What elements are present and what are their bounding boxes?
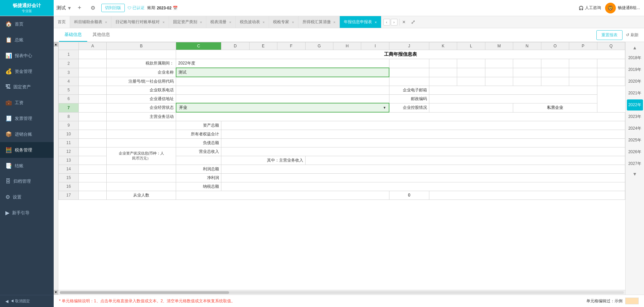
cell-8-C[interactable] <box>176 112 625 121</box>
sidebar-item-fund[interactable]: 💰 资金管理 <box>0 63 54 79</box>
cell-16-C[interactable]: 纳税总额 <box>176 182 221 191</box>
tab-close-tax-wave[interactable]: × <box>263 20 265 24</box>
cell-15-C[interactable]: 净利润 <box>176 173 221 182</box>
cell-2-L[interactable] <box>457 59 485 68</box>
cell-11-D[interactable] <box>221 138 625 147</box>
cell-3-N[interactable] <box>513 68 541 77</box>
cell-6-J[interactable]: 邮政编码 <box>389 94 429 103</box>
cell-7-J[interactable]: 企业控股情况 <box>389 103 429 112</box>
cell-3-B[interactable]: 企业名称 <box>107 68 176 77</box>
cell-8-A[interactable] <box>79 112 107 121</box>
col-header-Q[interactable]: Q <box>597 42 625 50</box>
cell-16-D[interactable] <box>221 182 625 191</box>
cell-5-C[interactable] <box>176 86 389 94</box>
cell-3-P[interactable] <box>569 68 597 77</box>
year-item-2019[interactable]: 2019年 <box>627 64 643 75</box>
cell-12-A[interactable] <box>79 147 107 156</box>
col-header-I[interactable]: I <box>361 42 389 50</box>
cell-10-C[interactable]: 所有者权益合计 <box>176 130 221 138</box>
sidebar-item-invoice[interactable]: 🧾 发票管理 <box>0 111 54 126</box>
cell-8-B[interactable]: 主营业务活动 <box>107 112 176 121</box>
tab-journal-bank[interactable]: 日记账与银行对账单核对 × <box>111 16 169 28</box>
col-header-O[interactable]: O <box>541 42 569 50</box>
cell-5-A[interactable] <box>79 86 107 94</box>
cell-9-B[interactable] <box>107 121 176 130</box>
reset-report-btn[interactable]: 重置报表 <box>596 30 623 40</box>
cell-9-D[interactable] <box>221 121 625 130</box>
tab-close-all-btn[interactable]: × <box>400 19 408 25</box>
col-header-F[interactable]: F <box>277 42 305 50</box>
year-item-2026[interactable]: 2026年 <box>627 146 643 158</box>
add-tab-btn[interactable]: + <box>74 3 85 12</box>
cell-16-B[interactable] <box>107 182 176 191</box>
year-item-2020[interactable]: 2020年 <box>627 76 643 87</box>
tab-close-tax-form[interactable]: × <box>229 20 231 24</box>
tab-next-btn[interactable]: › <box>391 19 397 26</box>
cell-3-C[interactable]: 测试 <box>176 68 389 77</box>
col-header-D[interactable]: D <box>221 42 249 50</box>
cell-17-K[interactable] <box>429 191 625 200</box>
switch-version-btn[interactable]: 切到旧版 <box>101 4 125 12</box>
tab-tax-wave[interactable]: 税负波动表 × <box>236 16 269 28</box>
year-item-2022[interactable]: 2022年 <box>627 99 643 111</box>
cell-17-J[interactable]: 0 <box>389 191 429 200</box>
cell-14-B[interactable] <box>107 165 176 173</box>
cell-4-A[interactable] <box>79 77 107 86</box>
col-header-N[interactable]: N <box>513 42 541 50</box>
cell-3-Q[interactable] <box>597 68 625 77</box>
cell-4-P[interactable] <box>569 77 597 86</box>
cell-13-A[interactable] <box>79 156 107 165</box>
sidebar-item-fixed-asset[interactable]: 🏗 固定资产 <box>0 79 54 95</box>
col-header-K[interactable]: K <box>429 42 457 50</box>
cell-1-A[interactable] <box>79 50 107 59</box>
cell-2-K[interactable] <box>429 59 457 68</box>
cell-10-A[interactable] <box>79 130 107 138</box>
sidebar-item-ledger[interactable]: 📋 总账 <box>0 32 54 48</box>
cell-13-G[interactable] <box>305 156 625 165</box>
year-item-2027[interactable]: 2027年 <box>627 158 643 169</box>
cell-3-L[interactable] <box>457 68 485 77</box>
cell-11-C[interactable]: 负债总额 <box>176 138 221 147</box>
tab-basic-info[interactable]: 基础信息 <box>59 28 87 42</box>
cell-2-J[interactable] <box>389 59 429 68</box>
cell-4-N[interactable] <box>513 77 541 86</box>
col-header-E[interactable]: E <box>249 42 277 50</box>
cell-4-M[interactable] <box>485 77 513 86</box>
col-header-C[interactable]: C <box>176 42 221 50</box>
cell-15-A[interactable] <box>79 173 107 182</box>
cell-12-D[interactable] <box>221 147 625 156</box>
year-scroll-up-btn[interactable]: ▲ <box>632 44 638 51</box>
year-item-2018[interactable]: 2018年 <box>627 52 643 63</box>
tab-tax-expert[interactable]: 税检专家 × <box>269 16 298 28</box>
cell-12-C[interactable]: 营业总收入 <box>176 147 221 156</box>
cell-3-M[interactable] <box>485 68 513 77</box>
cell-9-A[interactable] <box>79 121 107 130</box>
scroll-down-btn[interactable]: ▼ <box>54 290 58 295</box>
cell-15-D[interactable] <box>221 173 625 182</box>
dropdown-icon[interactable]: ▼ <box>383 106 386 109</box>
cell-2-A[interactable] <box>79 59 107 68</box>
sidebar-item-salary[interactable]: 💼 工资 <box>0 95 54 111</box>
settings-btn[interactable]: ⚙ <box>87 4 99 12</box>
cell-4-C[interactable] <box>176 77 389 86</box>
cell-2-M[interactable] <box>485 59 513 68</box>
tab-home[interactable]: 首页 <box>54 16 70 28</box>
tab-fixed-asset-cat[interactable]: 固定资产类别 × <box>169 16 206 28</box>
cell-10-B[interactable] <box>107 130 176 138</box>
cell-10-D[interactable] <box>221 130 625 138</box>
project-dropdown-icon[interactable]: ▼ <box>67 5 72 11</box>
sidebar-item-report[interactable]: 📊 报表中心 <box>0 48 54 63</box>
cell-6-B[interactable]: 企业通信地址 <box>107 94 176 103</box>
tab-close-tax-expert[interactable]: × <box>292 20 294 24</box>
sidebar-item-archive[interactable]: 🗄 归档管理 <box>0 174 54 189</box>
cell-3-J[interactable] <box>389 68 429 77</box>
cell-13-C[interactable] <box>176 156 221 165</box>
sidebar-item-settings[interactable]: ⚙ 设置 <box>0 189 54 205</box>
cell-9-C[interactable]: 资产总额 <box>176 121 221 130</box>
cell-1-B[interactable] <box>107 50 176 59</box>
tab-annual-report[interactable]: 年报信息申报表 × <box>340 16 381 28</box>
col-header-L[interactable]: L <box>457 42 485 50</box>
hscroll-thumb[interactable] <box>60 291 229 294</box>
cell-15-B[interactable] <box>107 173 176 182</box>
cell-14-D[interactable] <box>221 165 625 173</box>
